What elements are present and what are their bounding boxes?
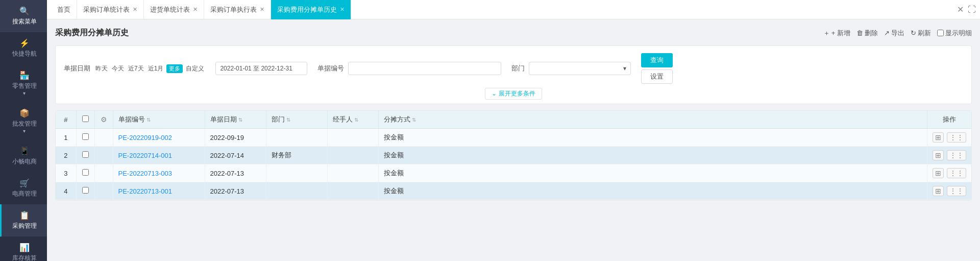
row-checkbox-1[interactable]: [82, 151, 89, 158]
doc-no-link-0[interactable]: PE-20220919-002: [118, 134, 173, 141]
table-header-row: # ⚙ 单据编号⇅ 单据日期⇅: [56, 111, 971, 129]
tabs-controls: ✕ ⛶: [957, 5, 976, 14]
sidebar-label-shortcut: 快捷导航: [12, 50, 37, 58]
col-header-check: [76, 111, 94, 129]
action-more-0[interactable]: ⋮⋮: [947, 132, 966, 143]
action-view-2[interactable]: ⊞: [933, 168, 944, 178]
sort-split-icon[interactable]: ⇅: [412, 117, 416, 123]
tab-home[interactable]: 首页: [51, 0, 77, 19]
sort-handler-icon[interactable]: ⇅: [354, 117, 358, 123]
cell-dept-0: [266, 129, 327, 147]
search-button[interactable]: 查询: [641, 53, 673, 67]
show-columns-checkbox[interactable]: [937, 30, 944, 36]
sidebar-icon-retail: 🏪: [19, 70, 30, 80]
sort-date-icon[interactable]: ⇅: [238, 117, 242, 123]
sidebar-item-wholesale[interactable]: 📦批发管理▾: [0, 102, 47, 140]
cell-handler-0: [327, 129, 378, 147]
sidebar-item-shortcut[interactable]: ⚡快捷导航: [0, 32, 47, 64]
tab-close-purchase-exec[interactable]: ✕: [260, 6, 264, 13]
cell-dept-1: 财务部: [266, 147, 327, 164]
table-row: 4 PE-20220713-001 2022-07-13 按金额 ⊞ ⋮⋮: [56, 182, 971, 200]
sidebar-arrow-wholesale: ▾: [23, 128, 26, 134]
sidebar-item-mobile[interactable]: 📱小畅电商: [0, 140, 47, 172]
expand-row: ⌄ 展开更多条件: [64, 88, 963, 100]
sidebar-icon-ecommerce: 🛒: [19, 178, 30, 188]
cell-num-0: 1: [56, 129, 76, 147]
refresh-icon: ↻: [911, 29, 916, 37]
col-header-num: #: [56, 111, 76, 129]
shortcut-custom[interactable]: 自定义: [185, 64, 205, 73]
col-header-dept: 部门⇅: [266, 111, 327, 129]
sidebar-item-inventory[interactable]: 📊库存核算: [0, 236, 47, 261]
shortcut-7days[interactable]: 近7天: [127, 64, 145, 73]
search-row-1: 单据日期 昨天 今天 近7天 近1月 更多 自定义 单据编: [64, 53, 963, 84]
doc-no-link-1[interactable]: PE-20220714-001: [118, 152, 173, 159]
dept-select[interactable]: ▾: [529, 62, 631, 75]
date-range-field: [215, 62, 307, 75]
refresh-button[interactable]: ↻ 刷新: [911, 29, 931, 38]
col-header-action: 操作: [927, 111, 972, 129]
action-more-3[interactable]: ⋮⋮: [947, 186, 966, 196]
tab-close-stock-summary[interactable]: ✕: [193, 6, 198, 13]
close-tab-icon[interactable]: ✕: [957, 5, 964, 14]
action-view-3[interactable]: ⊞: [933, 186, 944, 196]
maximize-icon[interactable]: ⛶: [968, 5, 976, 14]
cell-action-2: ⊞ ⋮⋮: [927, 164, 972, 182]
cell-action-0: ⊞ ⋮⋮: [927, 129, 972, 147]
tab-close-purchase-summary[interactable]: ✕: [133, 6, 137, 13]
shortcut-yesterday[interactable]: 昨天: [94, 64, 109, 73]
sidebar-label-retail: 零售管理: [12, 82, 37, 90]
sort-doc-no-icon[interactable]: ⇅: [146, 117, 151, 123]
shortcut-1month[interactable]: 近1月: [147, 64, 165, 73]
sidebar-label-search: 搜索菜单: [12, 17, 37, 26]
sidebar-item-purchase[interactable]: 📋采购管理: [0, 204, 47, 236]
col-header-date: 单据日期⇅: [205, 111, 266, 129]
cell-settings-2: [94, 164, 113, 182]
row-checkbox-0[interactable]: [82, 133, 89, 140]
tab-purchase-summary[interactable]: 采购订单统计表✕: [77, 0, 144, 19]
action-view-0[interactable]: ⊞: [933, 132, 944, 143]
column-settings-icon[interactable]: ⚙: [101, 115, 107, 124]
date-range-input[interactable]: [215, 62, 307, 75]
cell-action-1: ⊞ ⋮⋮: [927, 147, 972, 164]
tab-label-stock-summary: 进货单统计表: [150, 5, 190, 14]
row-checkbox-3[interactable]: [82, 187, 89, 194]
doc-no-link-2[interactable]: PE-20220713-003: [118, 170, 173, 177]
action-view-1[interactable]: ⊞: [933, 150, 944, 160]
sidebar-icon-wholesale: 📦: [19, 108, 30, 118]
delete-button[interactable]: 🗑 删除: [856, 29, 878, 38]
row-checkbox-2[interactable]: [82, 169, 89, 176]
tab-purchase-exec[interactable]: 采购订单执行表✕: [204, 0, 271, 19]
doc-no-link-3[interactable]: PE-20220713-001: [118, 187, 173, 195]
dept-field: 部门 ▾: [511, 62, 631, 75]
cell-check-2: [76, 164, 94, 182]
sort-dept-icon[interactable]: ⇅: [286, 117, 290, 123]
sidebar-arrow-retail: ▾: [23, 90, 26, 96]
cell-check-1: [76, 147, 94, 164]
tab-label-cost-history: 采购费用分摊单历史: [277, 5, 337, 14]
sidebar-item-retail[interactable]: 🏪零售管理▾: [0, 64, 47, 102]
settings-button[interactable]: 设置: [641, 69, 673, 84]
cell-check-3: [76, 182, 94, 200]
show-columns-toggle[interactable]: 显示明细: [937, 29, 972, 38]
sidebar-icon-inventory: 📊: [19, 243, 30, 252]
expand-button[interactable]: ⌄ 展开更多条件: [485, 88, 542, 100]
tab-close-cost-history[interactable]: ✕: [340, 6, 345, 13]
toolbar: ＋ + 新增 🗑 删除 ↗ 导出 ↻ 刷新 显示明细: [823, 29, 972, 38]
tab-stock-summary[interactable]: 进货单统计表✕: [144, 0, 204, 19]
tab-cost-history[interactable]: 采购费用分摊单历史✕: [271, 0, 351, 19]
export-button[interactable]: ↗ 导出: [884, 29, 904, 38]
doc-no-input[interactable]: [348, 62, 501, 75]
cell-num-2: 3: [56, 164, 76, 182]
table-body: 1 PE-20220919-002 2022-09-19 按金额 ⊞ ⋮⋮ 2: [56, 129, 971, 200]
action-more-1[interactable]: ⋮⋮: [947, 150, 966, 160]
main-area: 首页采购订单统计表✕进货单统计表✕采购订单执行表✕采购费用分摊单历史✕ ✕ ⛶ …: [47, 0, 980, 261]
select-all-checkbox[interactable]: [82, 115, 89, 122]
shortcut-today[interactable]: 今天: [111, 64, 125, 73]
add-button[interactable]: ＋ + 新增: [823, 29, 850, 38]
action-more-2[interactable]: ⋮⋮: [947, 168, 966, 178]
cell-date-3: 2022-07-13: [205, 182, 266, 200]
shortcut-more[interactable]: 更多: [166, 64, 183, 73]
sidebar-item-search[interactable]: 🔍搜索菜单: [0, 0, 47, 32]
sidebar-item-ecommerce[interactable]: 🛒电商管理: [0, 172, 47, 204]
